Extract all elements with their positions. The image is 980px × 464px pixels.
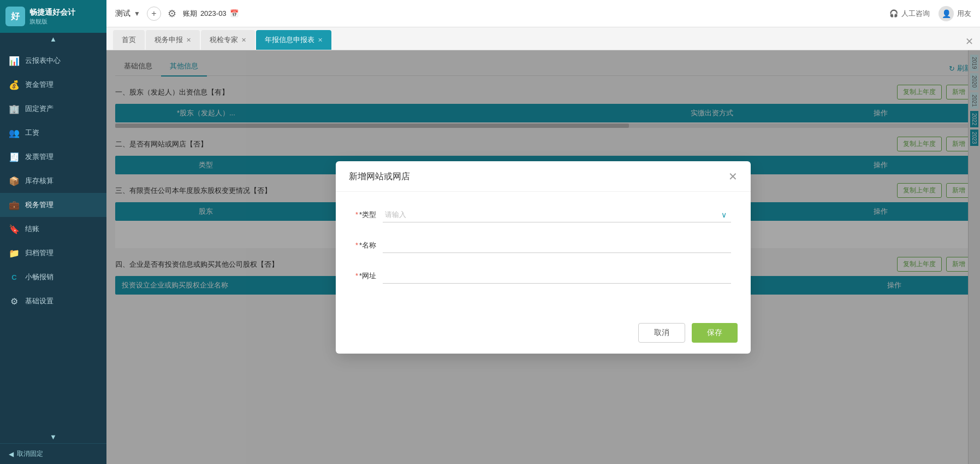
tax-icon: 💼 [9,199,20,210]
main-area: 测试 ▼ + ⚙ 账期 2023-03 📅 🎧 人工咨询 [106,0,980,464]
company-dropdown-icon: ▼ [134,10,140,17]
app-title: 畅捷通好会计 [29,7,75,17]
tab-tax-declare[interactable]: 税务申报 ✕ [146,30,200,50]
support-button[interactable]: 🎧 人工咨询 [889,9,930,19]
cloud-reports-icon: 📊 [9,55,20,66]
sidebar: 好 畅捷通好会计 旗舰版 ▲ 📊 云报表中心 💰 资金管理 🏢 固定资产 [0,0,106,464]
support-label: 人工咨询 [901,9,930,19]
tab-annual-report[interactable]: 年报信息申报表 ✕ [256,30,331,50]
period-label: 账期 [183,9,197,19]
xiaochang-icon: C [9,272,20,283]
sidebar-item-payroll[interactable]: 👥 工资 [0,121,106,145]
sidebar-item-xiaochang[interactable]: C 小畅报销 [0,265,106,289]
sidebar-item-fixed-assets[interactable]: 🏢 固定资产 [0,97,106,121]
form-field-url [383,268,731,284]
dialog-body: **类型 ∨ **名称 [336,192,751,314]
sidebar-item-inventory[interactable]: 📦 库存核算 [0,169,106,193]
topbar-right: 🎧 人工咨询 👤 用友 [889,6,971,21]
user-menu[interactable]: 👤 用友 [939,6,971,21]
name-input[interactable] [383,238,731,253]
user-label: 用友 [957,9,971,19]
sidebar-nav: 📊 云报表中心 💰 资金管理 🏢 固定资产 👥 工资 🧾 发票管理 📦 [0,45,106,431]
content-area: 基础信息 其他信息 ↻ 刷新 一、股东（发起人）出资信息【有】 [106,50,980,464]
calendar-icon: 📅 [230,9,239,17]
form-label-url: **网址 [355,271,383,281]
support-icon: 🎧 [889,9,898,17]
form-field-name [383,238,731,253]
app-subtitle: 旗舰版 [29,17,75,26]
sidebar-label-fixed-assets: 固定资产 [25,104,54,114]
add-company-button[interactable]: + [147,7,161,21]
sidebar-footer-pin[interactable]: ◀ 取消固定 [0,443,106,464]
archive-icon: 📁 [9,248,20,259]
user-avatar: 👤 [939,6,954,21]
company-name: 测试 [115,9,130,19]
sidebar-item-cloud-reports[interactable]: 📊 云报表中心 [0,49,106,73]
tab-tax-check[interactable]: 税检专家 ✕ [201,30,255,50]
form-label-type: **类型 [355,210,383,220]
tab-tax-declare-label: 税务申报 [155,35,183,45]
form-row-type: **类型 ∨ [355,207,731,222]
tab-annual-report-label: 年报信息申报表 [265,35,314,45]
sidebar-item-checkout[interactable]: 🔖 结账 [0,217,106,241]
form-field-type: ∨ [383,207,731,222]
sidebar-item-archive[interactable]: 📁 归档管理 [0,241,106,265]
period-selector[interactable]: 账期 2023-03 📅 [183,9,239,19]
dialog-close-button[interactable]: ✕ [728,171,738,182]
topbar: 测试 ▼ + ⚙ 账期 2023-03 📅 🎧 人工咨询 [106,0,980,27]
sidebar-header: 好 畅捷通好会计 旗舰版 [0,0,106,33]
funds-icon: 💰 [9,79,20,90]
tab-annual-report-close[interactable]: ✕ [318,37,323,44]
pin-label: 取消固定 [17,449,43,459]
sidebar-scroll-down[interactable]: ▼ [0,431,106,443]
form-row-url: **网址 [355,268,731,284]
app-logo: 好 [5,7,25,26]
sidebar-item-tax[interactable]: 💼 税务管理 [0,193,106,217]
global-close-btn[interactable]: ✕ [965,36,973,50]
sidebar-label-cloud-reports: 云报表中心 [25,56,61,66]
tab-home[interactable]: 首页 [113,30,145,50]
save-button[interactable]: 保存 [692,323,738,343]
dialog-title: 新增网站或网店 [349,171,410,183]
tab-tax-declare-close[interactable]: ✕ [186,37,191,44]
sidebar-item-invoice[interactable]: 🧾 发票管理 [0,145,106,169]
sidebar-label-archive: 归档管理 [25,248,54,258]
payroll-icon: 👥 [9,127,20,138]
dialog-add-website: 新增网站或网店 ✕ **类型 ∨ [336,161,751,354]
sidebar-label-tax: 税务管理 [25,200,54,210]
sidebar-label-checkout: 结账 [25,224,39,234]
tab-home-label: 首页 [122,35,136,45]
inventory-icon: 📦 [9,175,20,186]
url-input[interactable] [383,268,731,284]
sidebar-label-funds: 资金管理 [25,80,54,90]
modal-overlay: 新增网站或网店 ✕ **类型 ∨ [106,50,980,464]
sidebar-scroll-up[interactable]: ▲ [0,33,106,45]
sidebar-item-settings[interactable]: ⚙ 基础设置 [0,289,106,313]
pin-icon: ◀ [9,450,14,458]
fixed-assets-icon: 🏢 [9,103,20,114]
tab-tax-check-label: 税检专家 [210,35,238,45]
dialog-header: 新增网站或网店 ✕ [336,161,751,192]
cancel-button[interactable]: 取消 [638,323,685,343]
checkout-icon: 🔖 [9,224,20,234]
sidebar-item-funds[interactable]: 💰 资金管理 [0,73,106,97]
form-row-name: **名称 [355,238,731,253]
sidebar-label-invoice: 发票管理 [25,152,54,162]
app-title-group: 畅捷通好会计 旗舰版 [29,7,75,25]
invoice-icon: 🧾 [9,151,20,162]
settings-gear-icon[interactable]: ⚙ [168,8,176,20]
sidebar-label-xiaochang: 小畅报销 [25,272,54,282]
sidebar-label-inventory: 库存核算 [25,176,54,186]
sidebar-label-settings: 基础设置 [25,296,54,306]
settings-icon: ⚙ [9,296,20,307]
tab-tax-check-close[interactable]: ✕ [241,37,246,44]
form-label-name: **名称 [355,240,383,250]
dialog-footer: 取消 保存 [336,314,751,354]
type-input[interactable] [383,207,731,222]
company-selector[interactable]: 测试 ▼ [115,9,140,19]
sidebar-label-payroll: 工资 [25,128,39,138]
period-value: 2023-03 [200,9,227,17]
tabs-bar: 首页 税务申报 ✕ 税检专家 ✕ 年报信息申报表 ✕ ✕ [106,27,980,50]
global-close-icon: ✕ [965,36,973,48]
